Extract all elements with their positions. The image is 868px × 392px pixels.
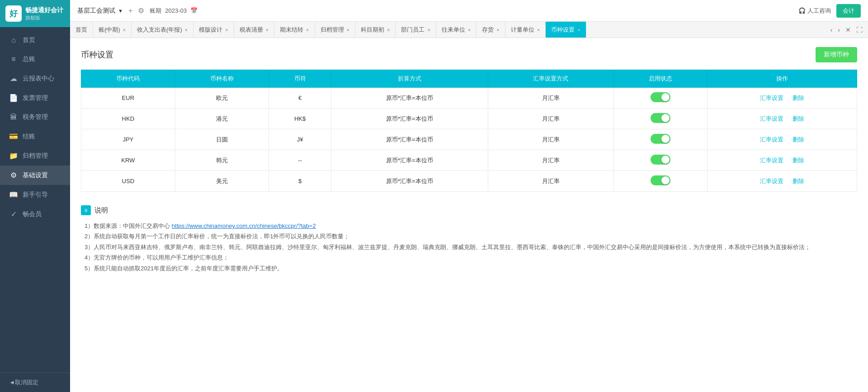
sidebar: 好 畅捷通好会计 旗舰版 ⌂ 首页 ≡ 总账 ☁ 云报表中心 📄 发票管理 🏛 … <box>0 0 70 392</box>
notes-item: 5）系统只能自动抓取2021年度后的汇率，之前年度汇率需要用户手工维护。 <box>85 263 857 274</box>
delete-link-3[interactable]: 删除 <box>793 157 804 164</box>
delete-link-2[interactable]: 删除 <box>793 136 804 143</box>
sidebar-label-tax: 税务管理 <box>23 113 48 121</box>
account-button[interactable]: 会计 <box>836 4 861 18</box>
tab-income[interactable]: 收入支出表(年报) × <box>132 22 193 38</box>
sidebar-item-settings[interactable]: ⚙ 基础设置 <box>0 165 70 185</box>
new-currency-button[interactable]: 新增币种 <box>816 47 857 62</box>
cell-rate-type-1: 月汇率 <box>488 109 613 129</box>
tab-subjects-close[interactable]: × <box>387 27 390 33</box>
toggle-enabled-4[interactable] <box>651 175 670 185</box>
delete-link-0[interactable]: 删除 <box>793 94 804 101</box>
topbar-right: 🎧 人工咨询 会计 <box>798 4 861 18</box>
company-selector[interactable]: 基层工会测试 ▼ <box>77 7 123 15</box>
tab-income-close[interactable]: × <box>185 27 188 33</box>
toggle-enabled-0[interactable] <box>651 92 670 102</box>
tab-template-close[interactable]: × <box>225 27 228 33</box>
notes-header: ≡ 说明 <box>81 205 857 215</box>
notes-item: 2）系统自动获取每月第一个工作日的汇率标价，统一为直接标价法，即1外币可以兑换的… <box>85 231 857 241</box>
tab-currency[interactable]: 币种设置 × <box>546 22 586 38</box>
tabbar-actions: ‹ › ✕ ⛶ <box>825 24 868 35</box>
sidebar-pin-toggle[interactable]: ◄取消固定 <box>0 373 70 392</box>
add-tab-icon[interactable]: + <box>128 7 132 15</box>
rate-setting-link-4[interactable]: 汇率设置 <box>760 178 783 184</box>
tabbar: 首页 账(中期) × 收入支出表(年报) × 模版设计 × 税表清册 × 期末结… <box>70 22 868 38</box>
tab-inventory-close[interactable]: × <box>496 27 499 33</box>
col-header-name: 币种名称 <box>175 70 269 88</box>
sidebar-item-checkout[interactable]: 💳 结账 <box>0 127 70 146</box>
cell-symbol-4: $ <box>269 171 331 192</box>
cell-code-1: HKD <box>81 109 175 129</box>
tab-period[interactable]: 账(中期) × <box>93 22 132 38</box>
settings-icon: ⚙ <box>9 171 18 179</box>
sidebar-item-member[interactable]: ✓ 畅会员 <box>0 204 70 224</box>
tab-inventory[interactable]: 存货 × <box>476 22 505 38</box>
tax-icon: 🏛 <box>9 113 18 121</box>
table-row: EUR 欧元 € 原币*汇率=本位币 月汇率 汇率设置 删除 <box>81 88 857 109</box>
sidebar-item-ledger[interactable]: ≡ 总账 <box>0 50 70 69</box>
tab-unit-label: 计量单位 <box>511 26 534 34</box>
cell-calc-1: 原币*汇率=本位币 <box>331 109 488 129</box>
tab-currency-close[interactable]: × <box>577 27 580 33</box>
sidebar-item-home[interactable]: ⌂ 首页 <box>0 31 70 50</box>
rate-setting-link-0[interactable]: 汇率设置 <box>760 94 783 101</box>
cell-code-4: USD <box>81 171 175 192</box>
page-title: 币种设置 <box>81 49 113 60</box>
tab-template[interactable]: 模版设计 × <box>193 22 234 38</box>
tab-inventory-label: 存货 <box>482 26 494 34</box>
chevron-down-icon: ▼ <box>118 8 123 14</box>
tab-tax[interactable]: 税表清册 × <box>234 22 274 38</box>
cell-name-2: 日圆 <box>175 129 269 150</box>
tab-nav-prev-icon[interactable]: ‹ <box>829 24 835 35</box>
sidebar-item-guide[interactable]: 📖 新手引导 <box>0 185 70 204</box>
cell-code-3: KRW <box>81 150 175 171</box>
notes-link[interactable]: https://www.chinamoney.com.cn/chinese/bk… <box>172 222 316 229</box>
sidebar-item-tax[interactable]: 🏛 税务管理 <box>0 108 70 127</box>
notes-section: ≡ 说明 1）数据来源：中国外汇交易中心 https://www.chinamo… <box>81 205 857 274</box>
toggle-enabled-2[interactable] <box>651 134 670 144</box>
sidebar-item-invoice[interactable]: 📄 发票管理 <box>0 88 70 108</box>
help-button[interactable]: 🎧 人工咨询 <box>798 7 831 15</box>
sidebar-label-settings: 基础设置 <box>23 171 48 179</box>
cell-rate-type-3: 月汇率 <box>488 150 613 171</box>
tab-period-end-close[interactable]: × <box>306 27 309 33</box>
tab-unit[interactable]: 计量单位 × <box>505 22 546 38</box>
tab-period-close[interactable]: × <box>123 27 126 33</box>
sidebar-nav: ⌂ 首页 ≡ 总账 ☁ 云报表中心 📄 发票管理 🏛 税务管理 💳 结账 📁 归… <box>0 27 70 373</box>
tab-maximize-icon[interactable]: ⛶ <box>854 24 864 35</box>
delete-link-4[interactable]: 删除 <box>793 178 804 184</box>
delete-link-1[interactable]: 删除 <box>793 115 804 122</box>
calendar-icon[interactable]: 📅 <box>190 7 198 14</box>
cell-calc-2: 原币*汇率=本位币 <box>331 129 488 150</box>
notes-title: 说明 <box>94 206 108 215</box>
tab-subjects[interactable]: 科目期初 × <box>355 22 396 38</box>
tab-dept-close[interactable]: × <box>427 27 430 33</box>
toggle-enabled-3[interactable] <box>651 155 670 165</box>
tab-home[interactable]: 首页 <box>70 22 93 38</box>
sidebar-logo: 好 畅捷通好会计 旗舰版 <box>0 0 70 27</box>
toggle-enabled-1[interactable] <box>651 113 670 123</box>
tab-nav-next-icon[interactable]: › <box>836 24 842 35</box>
tab-archive[interactable]: 归档管理 × <box>315 22 355 38</box>
tab-dept[interactable]: 部门员工 × <box>396 22 436 38</box>
tab-period-end-label: 期末结转 <box>280 26 303 34</box>
cell-action-4: 汇率设置 删除 <box>708 171 857 192</box>
rate-setting-link-2[interactable]: 汇率设置 <box>760 136 783 143</box>
notes-icon: ≡ <box>81 205 91 215</box>
rate-setting-link-3[interactable]: 汇率设置 <box>760 157 783 164</box>
table-row: KRW 韩元 -- 原币*汇率=本位币 月汇率 汇率设置 删除 <box>81 150 857 171</box>
tab-unit-close[interactable]: × <box>537 27 540 33</box>
cell-action-3: 汇率设置 删除 <box>708 150 857 171</box>
tab-close-current-icon[interactable]: ✕ <box>844 24 853 35</box>
cell-code-2: JPY <box>81 129 175 150</box>
notes-item: 1）数据来源：中国外汇交易中心 https://www.chinamoney.c… <box>85 221 857 231</box>
sidebar-item-archive[interactable]: 📁 归档管理 <box>0 146 70 165</box>
tab-partner[interactable]: 往来单位 × <box>436 22 476 38</box>
tab-tax-close[interactable]: × <box>266 27 269 33</box>
tab-partner-close[interactable]: × <box>468 27 471 33</box>
tab-archive-close[interactable]: × <box>347 27 349 33</box>
rate-setting-link-1[interactable]: 汇率设置 <box>760 115 783 122</box>
sidebar-item-reports[interactable]: ☁ 云报表中心 <box>0 69 70 88</box>
settings-gear-icon[interactable]: ⚙ <box>138 6 144 15</box>
tab-period-end[interactable]: 期末结转 × <box>274 22 315 38</box>
